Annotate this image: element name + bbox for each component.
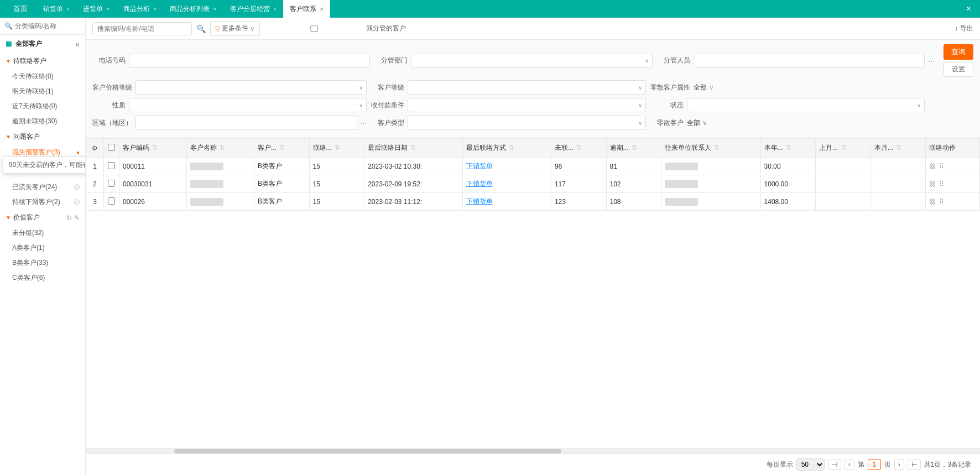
sidebar-item-ungroup[interactable]: 未分组(32) bbox=[0, 226, 85, 241]
row-checkbox[interactable] bbox=[108, 180, 115, 187]
sidebar-group-title-pending[interactable]: ▼ 待联络客户 bbox=[0, 53, 85, 69]
payment-select[interactable]: ∨ bbox=[408, 98, 645, 112]
close-tab-2-icon[interactable]: × bbox=[153, 6, 157, 12]
person-dots-icon[interactable]: ··· bbox=[928, 56, 935, 65]
dept-arrow-icon: ∨ bbox=[645, 58, 649, 64]
sidebar-item-declining[interactable]: 持续下滑客户(2) ⓘ bbox=[0, 195, 85, 210]
column-settings-icon[interactable]: ⚙ bbox=[92, 144, 98, 152]
row-this-month bbox=[870, 193, 926, 211]
sidebar-group-problem: ▼ 问题客户 流失预警客户(3) ● 90天未交易的客户，可能有流失风险。 已流… bbox=[0, 129, 85, 210]
nav-tab-0[interactable]: 销货单 × bbox=[37, 0, 76, 18]
table-row: 1 000011 B类客户 15 2023-03-02 10:30: 下销货单 … bbox=[86, 158, 980, 175]
th-type: 客户... ⇅ bbox=[254, 139, 309, 158]
row-last-method[interactable]: 下销货单 bbox=[462, 158, 551, 175]
sidebar-item-a-class[interactable]: A类客户(1) bbox=[0, 241, 85, 255]
filter-cell-region: 区域（地区） ··· bbox=[92, 116, 367, 130]
export-button[interactable]: ↑ 导出 bbox=[955, 24, 973, 33]
nav-tab-1[interactable]: 进货单 × bbox=[76, 0, 116, 18]
row-last-method[interactable]: 下销货单 bbox=[462, 193, 551, 211]
sidebar-search-input[interactable] bbox=[15, 22, 81, 30]
horizontal-scrollbar[interactable] bbox=[86, 448, 980, 453]
sort-icon-5: ⇅ bbox=[410, 144, 416, 152]
next-page-button[interactable]: › bbox=[894, 459, 904, 470]
th-settings[interactable]: ⚙ bbox=[86, 139, 104, 158]
my-customers-checkbox-area: 我分管的客户 bbox=[264, 24, 406, 33]
phone-input[interactable] bbox=[129, 54, 370, 68]
filter-button[interactable]: ▽ 更多条件 ∨ bbox=[210, 21, 260, 36]
close-tab-5-icon[interactable]: × bbox=[320, 6, 323, 12]
customers-table: ⚙ 客户编码 ⇅ 客户名称 ⇅ 客户... ⇅ 联络... ⇅ 最后联络日期 ⇅… bbox=[86, 138, 980, 211]
tooltip-churn: 90天未交易的客户，可能有流失风险。 bbox=[3, 156, 86, 174]
sidebar-item-churned[interactable]: 已流失客户(24) ⓘ bbox=[0, 180, 85, 195]
first-page-button[interactable]: ⊣ bbox=[828, 459, 841, 470]
sidebar-all-customers[interactable]: ▦ 全部客户 « bbox=[0, 35, 85, 53]
action-more-icon[interactable]: ⠿ bbox=[939, 198, 944, 206]
action-more-icon[interactable]: ⠿ bbox=[939, 163, 944, 170]
edit-icon[interactable]: ✎ bbox=[74, 214, 80, 222]
my-customers-checkbox[interactable] bbox=[264, 25, 364, 32]
sidebar-item-b-class[interactable]: B类客户(33) bbox=[0, 255, 85, 270]
row-checkbox[interactable] bbox=[108, 197, 115, 205]
per-page-select[interactable]: 50 100 bbox=[796, 458, 825, 471]
close-tab-3-icon[interactable]: × bbox=[213, 6, 216, 12]
retail-arrow-icon[interactable]: ∨ bbox=[702, 119, 707, 127]
sidebar-item-c-class[interactable]: C类客户(6) bbox=[0, 270, 85, 285]
row-checkbox-cell[interactable] bbox=[104, 158, 119, 175]
level-select[interactable]: ∨ bbox=[408, 80, 645, 95]
sidebar-item-today[interactable]: 今天待联络(0) bbox=[0, 69, 85, 84]
sidebar-item-overdue[interactable]: 逾期未联络(30) bbox=[0, 114, 85, 129]
row-unit-contact bbox=[661, 193, 760, 211]
search-input[interactable] bbox=[92, 22, 192, 35]
th-checkbox[interactable] bbox=[104, 139, 119, 158]
sidebar-item-tomorrow[interactable]: 明天待联络(1) bbox=[0, 84, 85, 99]
retail-attr-arrow-icon[interactable]: ∨ bbox=[709, 83, 714, 91]
row-year-amount: 1000.00 bbox=[760, 175, 816, 193]
person-select[interactable] bbox=[694, 54, 925, 68]
row-checkbox-cell[interactable] bbox=[104, 175, 119, 193]
toolbar-search-icon[interactable]: 🔍 bbox=[196, 24, 206, 33]
last-page-button[interactable]: ⊢ bbox=[908, 459, 921, 470]
settings-button[interactable]: 设置 bbox=[943, 62, 973, 77]
nav-home[interactable]: 首页 bbox=[4, 0, 37, 18]
window-close-icon[interactable]: × bbox=[962, 4, 976, 14]
region-dots-icon[interactable]: ··· bbox=[361, 118, 367, 127]
th-contact: 联络... ⇅ bbox=[309, 139, 364, 158]
row-checkbox-cell[interactable] bbox=[104, 193, 119, 211]
nav-tab-3[interactable]: 商品分析列表 × bbox=[163, 0, 223, 18]
nature-label: 性质 bbox=[92, 101, 126, 110]
nav-tab-4[interactable]: 客户分层经营 × bbox=[223, 0, 283, 18]
sidebar-group-title-value[interactable]: ▼ 价值客户 ↻ ✎ bbox=[0, 210, 85, 226]
cust-type-select[interactable]: ∨ bbox=[408, 116, 645, 130]
scrollbar-thumb[interactable] bbox=[174, 449, 561, 453]
close-tab-0-icon[interactable]: × bbox=[66, 6, 70, 12]
action-link-icon[interactable]: ⛓ bbox=[929, 163, 936, 170]
page-label: 第 bbox=[858, 460, 864, 469]
prev-page-button[interactable]: ‹ bbox=[845, 459, 854, 470]
status-select[interactable]: ∨ bbox=[687, 98, 925, 112]
region-input[interactable] bbox=[135, 116, 357, 130]
action-link-icon[interactable]: ⛓ bbox=[929, 198, 936, 206]
select-all-checkbox[interactable] bbox=[108, 144, 115, 151]
retail-label: 零散客户 bbox=[650, 118, 684, 128]
sidebar-group-title-problem[interactable]: ▼ 问题客户 bbox=[0, 129, 85, 145]
level-arrow-icon: ∨ bbox=[638, 85, 642, 91]
sidebar-search-icon: 🔍 bbox=[4, 22, 13, 30]
blurred-name bbox=[190, 163, 223, 170]
query-button[interactable]: 查询 bbox=[943, 44, 973, 60]
sidebar-collapse-icon[interactable]: « bbox=[75, 40, 80, 49]
dept-select[interactable]: ∨ bbox=[411, 54, 652, 68]
page-suffix: 页 bbox=[884, 460, 891, 469]
sidebar-item-7days[interactable]: 近7天待联络(0) bbox=[0, 99, 85, 114]
th-code: 客户编码 ⇅ bbox=[119, 139, 187, 158]
nature-select[interactable]: ∨ bbox=[129, 98, 367, 112]
price-level-select[interactable]: ∨ bbox=[135, 80, 367, 95]
action-link-icon[interactable]: ⛓ bbox=[929, 180, 936, 188]
nav-tab-2[interactable]: 商品分析 × bbox=[117, 0, 163, 18]
nav-tab-5[interactable]: 客户联系 × bbox=[283, 0, 330, 18]
action-more-icon[interactable]: ⠿ bbox=[939, 180, 944, 188]
row-last-method[interactable]: 下销货单 bbox=[462, 175, 551, 193]
close-tab-4-icon[interactable]: × bbox=[273, 6, 277, 12]
close-tab-1-icon[interactable]: × bbox=[106, 6, 110, 12]
refresh-icon[interactable]: ↻ bbox=[66, 214, 72, 222]
row-checkbox[interactable] bbox=[108, 162, 115, 169]
